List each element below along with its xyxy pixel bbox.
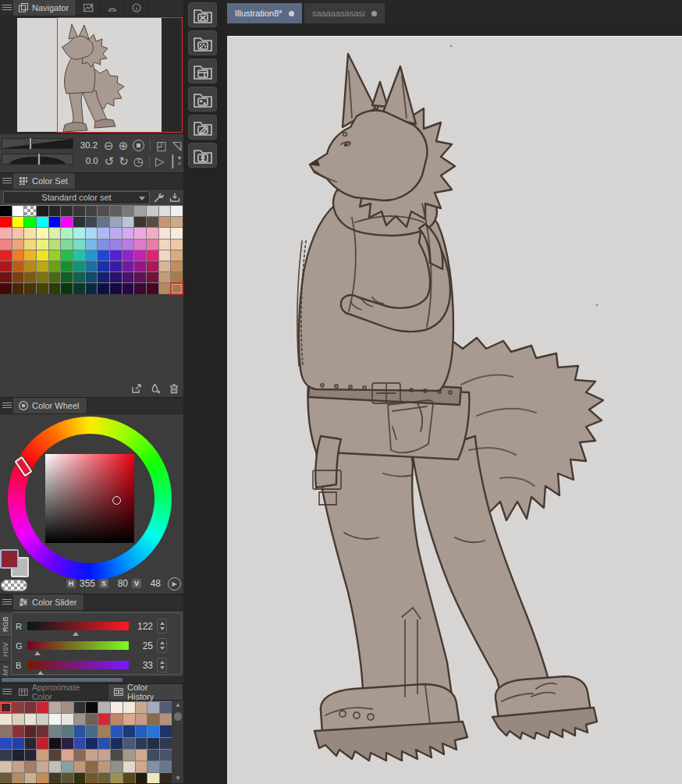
palette-swatch[interactable] [73,250,85,261]
palette-swatch[interactable] [49,738,61,749]
palette-swatch[interactable] [159,261,171,271]
palette-swatch[interactable] [110,239,122,250]
history-scrollbar[interactable]: ▲ ▼ [172,701,183,783]
mode-tab-hsv[interactable]: HSV [0,637,11,662]
palette-swatch[interactable] [171,272,183,282]
fit-to-window-icon[interactable]: ◹ [172,140,181,151]
palette-swatch[interactable] [147,773,159,784]
close-tab-icon[interactable] [289,11,294,16]
tab-information[interactable] [125,0,149,16]
palette-swatch[interactable] [98,750,110,761]
wheel-display-toggle-button[interactable]: ▶ [168,577,181,591]
palette-swatch[interactable] [136,725,147,736]
palette-swatch[interactable] [110,283,122,293]
palette-swatch[interactable] [98,206,109,216]
slider-handle[interactable] [37,671,44,675]
palette-swatch[interactable] [61,272,73,282]
palette-swatch[interactable] [111,714,123,725]
palette-swatch[interactable] [0,283,12,293]
panel-menu-icon[interactable] [2,403,12,409]
saturation-value-square[interactable] [45,454,134,543]
palette-swatch[interactable] [98,261,109,271]
replace-color-button[interactable] [130,382,143,395]
palette-swatch[interactable] [37,239,48,250]
palette-swatch[interactable] [86,206,98,216]
palette-swatch[interactable] [24,272,36,282]
navigator-zoom-slider[interactable] [2,138,73,149]
palette-swatch[interactable] [25,738,37,749]
palette-swatch[interactable] [49,283,61,293]
palette-swatch[interactable] [98,761,110,772]
palette-swatch[interactable] [110,228,122,238]
navigator-viewport-rect[interactable] [57,17,183,133]
palette-swatch[interactable] [98,272,109,282]
palette-swatch[interactable] [98,217,109,227]
palette-swatch[interactable] [25,702,37,713]
palette-swatch[interactable] [12,702,24,713]
palette-swatch[interactable] [0,738,12,749]
palette-swatch[interactable] [147,725,159,736]
palette-swatch[interactable] [61,217,73,227]
palette-swatch[interactable] [134,239,146,250]
palette-swatch[interactable] [111,702,123,713]
palette-swatch[interactable] [86,261,98,271]
palette-swatch[interactable] [0,761,12,772]
palette-swatch[interactable] [98,283,109,293]
palette-swatch[interactable] [110,250,122,261]
palette-swatch[interactable] [12,773,24,784]
palette-swatch[interactable] [49,272,61,282]
palette-swatch[interactable] [37,250,48,261]
palette-swatch[interactable] [160,702,172,713]
palette-swatch[interactable] [98,773,110,784]
palette-swatch[interactable] [147,761,159,772]
palette-swatch[interactable] [123,250,134,261]
palette-swatch[interactable] [49,206,61,216]
palette-swatch[interactable] [123,261,134,271]
palette-swatch[interactable] [86,250,98,261]
palette-swatch[interactable] [61,239,73,250]
palette-swatch[interactable] [86,239,98,250]
scroll-down-icon[interactable]: ▼ [175,775,181,782]
zoom-in-icon[interactable]: ⊕ [119,140,129,151]
palette-swatch[interactable] [86,272,98,282]
palette-swatch[interactable] [134,283,146,293]
palette-swatch[interactable] [98,250,109,261]
palette-swatch[interactable] [136,738,147,749]
dock-close-palette-button[interactable] [188,2,217,27]
palette-swatch[interactable] [160,773,172,784]
palette-swatch[interactable] [24,228,36,238]
panel-menu-icon[interactable] [2,5,12,11]
horizontal-scrollbar[interactable] [0,676,183,683]
palette-swatch[interactable] [37,725,48,736]
palette-swatch[interactable] [86,702,98,713]
palette-swatch[interactable] [25,761,37,772]
palette-swatch[interactable] [49,725,61,736]
rotate-right-icon[interactable]: ↻ [119,155,129,167]
palette-swatch[interactable] [0,750,12,761]
palette-swatch[interactable] [160,738,172,749]
sv-marker[interactable] [112,496,121,505]
palette-swatch[interactable] [98,738,110,749]
palette-swatch[interactable] [12,217,24,227]
reset-rotation-icon[interactable]: ◷ [133,155,144,167]
palette-swatch[interactable] [37,773,48,784]
palette-swatch[interactable] [0,261,12,271]
palette-swatch[interactable] [123,217,134,227]
palette-swatch[interactable] [171,239,183,250]
close-tab-icon[interactable] [371,11,377,16]
palette-swatch[interactable] [74,761,86,772]
palette-swatch[interactable] [12,228,24,238]
scrollbar-thumb[interactable] [2,678,123,682]
transparent-color-swatch[interactable] [1,580,27,591]
palette-swatch[interactable] [0,250,12,261]
slider-stepper[interactable] [157,638,167,653]
palette-swatch[interactable] [147,714,159,725]
palette-swatch[interactable] [171,250,183,261]
palette-swatch[interactable] [73,217,85,227]
tab-color-set[interactable]: Color Set [13,173,76,189]
palette-swatch[interactable] [123,283,134,293]
palette-swatch[interactable] [98,714,110,725]
palette-swatch[interactable] [160,725,172,736]
palette-swatch[interactable] [37,750,48,761]
palette-swatch[interactable] [61,206,73,216]
